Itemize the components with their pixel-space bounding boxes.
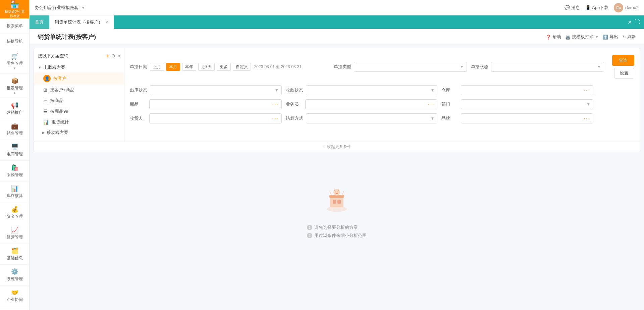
search-menu-link[interactable]: 搜索菜单 <box>7 21 23 31</box>
svg-rect-3 <box>333 200 336 204</box>
payment-chevron-icon: ▼ <box>430 116 434 121</box>
user-info[interactable]: Ea demo2 <box>614 3 639 12</box>
sidebar-item-retail[interactable]: 🛒 零售管理 ▼ <box>0 49 29 74</box>
receiver-input[interactable]: ··· <box>149 113 282 123</box>
doc-type-input[interactable]: ▼ <box>354 62 467 72</box>
dept-label: 部门 <box>441 101 458 107</box>
page-title: 销货单统计表(按客户) <box>38 33 96 41</box>
filter-warehouse-field: 仓库 ··· <box>441 85 593 95</box>
tree-group-mobile-header[interactable]: ▶ 移动端方案 <box>34 127 124 138</box>
brand-input[interactable]: ··· <box>461 113 593 123</box>
receiver-dots-icon: ··· <box>272 115 278 121</box>
add-scheme-icon[interactable]: + <box>106 53 109 59</box>
sidebar-item-system[interactable]: ⚙️ 系统管理 <box>0 265 29 286</box>
wholesale-arrow-icon: ▲ <box>13 91 16 95</box>
goods99-icon: ☰ <box>43 109 48 114</box>
help-btn[interactable]: ❓ 帮助 <box>546 34 561 40</box>
salesperson-input[interactable]: ··· <box>305 99 438 109</box>
filter-goods-field: 商品 ··· <box>130 99 282 109</box>
tree-item-by-goods[interactable]: ☰ 按商品 <box>34 95 124 106</box>
tree-group-pc-label: 电脑端方案 <box>44 64 65 70</box>
collapse-sidebar-icon[interactable]: « <box>117 53 120 59</box>
payment-input[interactable]: ▼ <box>306 113 438 123</box>
sidebar-item-newbie[interactable]: 🎓 新手引导 <box>0 306 29 310</box>
template-print-label: 按模板打印 <box>572 34 594 40</box>
empty-tips: 1 请先选择要分析的方案 2 用过滤条件来缩小分析范围 <box>307 224 367 241</box>
doc-type-chevron-icon: ▼ <box>460 64 464 69</box>
empty-tip-1: 1 请先选择要分析的方案 <box>307 224 367 230</box>
filter-sidebar-icons: + ⊙ « <box>106 53 120 59</box>
sidebar-item-ecommerce[interactable]: 🖥️ 电商管理 <box>0 140 29 161</box>
logo-sub: 标准版 <box>10 14 20 18</box>
app-download-btn[interactable]: 📱 App下载 <box>585 5 608 11</box>
filter-date-field: 单据日期 上月 本月 本年 近7天 更多 自定义 2023-03-01 至 20… <box>130 63 330 71</box>
collapse-bar-text: ⌃ 收起更多条件 <box>322 144 351 150</box>
tree-group-pc-header[interactable]: ▼ 电脑端方案 <box>34 62 124 72</box>
tab-close-window-icon[interactable]: ✕ <box>628 19 632 25</box>
tree-item-return-stat[interactable]: 📊 退货统计 <box>34 117 124 127</box>
settings-button[interactable]: 设置 <box>614 68 634 79</box>
tree-item-by-customer-goods[interactable]: ⊞ 按客户+商品 <box>34 85 124 95</box>
tab-home[interactable]: 首页 <box>30 15 49 29</box>
quick-nav-link[interactable]: 快捷导航 <box>7 37 23 46</box>
goods-input[interactable]: ··· <box>149 99 282 109</box>
doc-type-label: 单据类型 <box>334 64 351 70</box>
sidebar-item-marketing[interactable]: 📢 营销推广 <box>0 98 29 119</box>
out-status-input[interactable]: ▼ <box>150 85 282 95</box>
sidebar-item-inventory[interactable]: 📊 库存核算 <box>0 182 29 202</box>
topbar-dropdown-icon[interactable]: ▼ <box>81 5 85 10</box>
sidebar-item-sales[interactable]: 💼 销售管理 <box>0 119 29 140</box>
filter-dept-field: 部门 ▼ <box>441 99 593 109</box>
sidebar-item-label-finance: 资金管理 <box>7 214 23 219</box>
tab-sales-stat[interactable]: 销货单统计表（按客户） × <box>49 15 114 29</box>
username: demo2 <box>625 5 639 10</box>
export-btn[interactable]: ⬆️ 导出 <box>603 34 618 40</box>
enterprise-icon: 🤝 <box>11 289 18 296</box>
refresh-icon: ↻ <box>622 35 626 40</box>
export-icon: ⬆️ <box>603 35 608 40</box>
filter-payment-field: 结算方式 ▼ <box>286 113 438 123</box>
template-print-btn[interactable]: 🖨️ 按模板打印 ▼ <box>565 34 599 40</box>
tree-item-by-customer-label: 按客户 <box>53 75 66 82</box>
tab-close-icon[interactable]: × <box>105 19 108 25</box>
svg-point-5 <box>333 189 340 196</box>
refresh-btn[interactable]: ↻ 刷新 <box>622 34 636 40</box>
receipt-status-input[interactable]: ▼ <box>306 85 438 95</box>
empty-illustration <box>317 179 357 219</box>
tree-item-by-goods99[interactable]: ☰ 按商品99 <box>34 106 124 117</box>
avatar-text: Ea <box>616 6 621 10</box>
refresh-scheme-icon[interactable]: ⊙ <box>111 53 115 59</box>
filter-row-1: 单据日期 上月 本月 本年 近7天 更多 自定义 2023-03-01 至 20… <box>130 52 634 81</box>
query-settings-area: 查询 设置 <box>608 52 634 81</box>
collapse-bar[interactable]: ⌃ 收起更多条件 <box>34 142 640 152</box>
filter-row-2: 出库状态 ▼ 收款状态 ▼ 仓库 <box>130 85 634 95</box>
dept-input[interactable]: ▼ <box>461 99 593 109</box>
date-btn-this-month[interactable]: 本月 <box>166 63 180 71</box>
inventory-icon: 📊 <box>11 185 18 192</box>
topbar: 办公用品行业模拟账套 ▼ 💬 消息 📱 App下载 Ea demo2 <box>30 0 644 15</box>
sidebar-item-finance[interactable]: 💰 资金管理 <box>0 202 29 223</box>
app-logo[interactable]: 🏪 畅捷通好生意 标准版 <box>0 0 30 18</box>
sidebar-item-basic[interactable]: 🗂️ 基础信息 <box>0 244 29 265</box>
return-stat-icon: 📊 <box>43 119 49 125</box>
sidebar-item-operations[interactable]: 📈 经营管理 <box>0 223 29 244</box>
out-status-label: 出库状态 <box>130 87 147 93</box>
date-btn-last-month[interactable]: 上月 <box>150 63 164 71</box>
tree-item-by-customer[interactable]: 👤 按客户 <box>34 72 124 85</box>
warehouse-input[interactable]: ··· <box>461 85 593 95</box>
sidebar-item-purchase[interactable]: 🛍️ 采购管理 <box>0 161 29 182</box>
date-btn-this-year[interactable]: 本年 <box>182 63 196 71</box>
tab-fullscreen-icon[interactable]: ⛶ <box>635 19 640 25</box>
doc-status-input[interactable]: ▼ <box>491 62 604 72</box>
sidebar-item-enterprise[interactable]: 🤝 企业协同 <box>0 286 29 306</box>
tip-num-1: 1 <box>307 225 312 230</box>
message-btn[interactable]: 💬 消息 <box>565 5 580 11</box>
help-label: 帮助 <box>552 34 561 40</box>
date-btn-more[interactable]: 更多 <box>217 63 231 71</box>
query-button[interactable]: 查询 <box>612 55 634 66</box>
brand-label: 品牌 <box>441 115 458 121</box>
date-btn-7days[interactable]: 近7天 <box>198 63 215 71</box>
date-btn-custom[interactable]: 自定义 <box>233 63 251 71</box>
sidebar-item-wholesale[interactable]: 📦 批发管理 ▲ <box>0 74 29 98</box>
filter-panel: 按以下方案查询 + ⊙ « ▼ 电脑端方案 <box>34 48 640 142</box>
